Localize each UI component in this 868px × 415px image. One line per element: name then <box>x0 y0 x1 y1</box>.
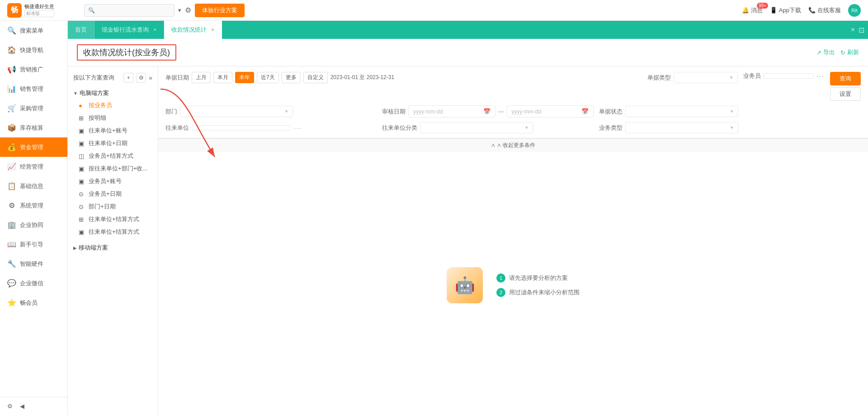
settings-icon[interactable]: ⚙ <box>185 6 191 14</box>
sidebar-item-marketing[interactable]: 📢 营销推广 <box>0 60 67 79</box>
sidebar-settings-icon[interactable]: ⚙ <box>7 403 13 410</box>
date-btn-last-month[interactable]: 上月 <box>192 72 211 83</box>
audit-date-start[interactable]: yyyy-mm-dd 📅 <box>408 105 495 118</box>
doc-type-select[interactable]: ▾ <box>674 72 738 83</box>
query-btn[interactable]: 查询 <box>830 72 861 85</box>
scheme-item-partner-settlement1[interactable]: ⊞ 往来单位+结算方式 <box>68 213 158 226</box>
doc-status-filter: 单据状态 ▾ <box>599 106 810 117</box>
scheme-group-title-mobile[interactable]: ▶ 移动端方案 <box>68 242 158 254</box>
salesperson-dots-btn[interactable]: ··· <box>816 72 825 80</box>
notification-area[interactable]: 🔔 消息 99+ <box>742 6 763 14</box>
sidebar-item-operations[interactable]: 📈 经营管理 <box>0 157 67 176</box>
sidebar-item-guide[interactable]: 📖 新手引导 <box>0 235 67 254</box>
doc-status-select[interactable]: ▾ <box>625 106 738 117</box>
refresh-btn[interactable]: ↻ 刷新 <box>840 48 859 57</box>
filter-row-2: 部门 ▾ 审核日期 yyyy-mm-dd <box>165 105 861 118</box>
business-type-label: 业务类型 <box>599 124 623 132</box>
scheme-item-by-detail[interactable]: ⊞ 按明细 <box>68 112 158 124</box>
sidebar-item-search-menu[interactable]: 🔍 搜索菜单 <box>0 21 67 40</box>
scheme-item-salesperson-account[interactable]: ▣ 业务员+账号 <box>68 175 158 188</box>
salesperson-input[interactable] <box>764 73 814 79</box>
tab-home[interactable]: 首页 <box>68 21 94 39</box>
partner-category-select[interactable]: ▾ <box>420 122 533 133</box>
header-search-box[interactable]: 🔍 <box>84 4 175 17</box>
tab-right-controls: × ⊡ <box>851 26 868 34</box>
filter-row-1: 单据日期 上月 本月 本年 近7天 更多 自定义 2023-01-01 至 20… <box>165 72 861 101</box>
business-type-select[interactable]: ▾ <box>625 122 738 133</box>
dropdown-icon[interactable]: ▾ <box>178 7 181 14</box>
filter-settings-btn[interactable]: 设置 <box>830 87 861 101</box>
tab-close-all-icon[interactable]: × <box>851 26 855 34</box>
sidebar-item-base-info[interactable]: 📋 基础信息 <box>0 176 67 196</box>
partner-input[interactable] <box>192 125 291 131</box>
scheme-item-partner-date[interactable]: ▣ 往来单位+日期 <box>68 137 158 150</box>
scheme-item-salesperson-settlement[interactable]: ◫ 业务员+结算方式 <box>68 150 158 162</box>
scheme-add-btn[interactable]: + <box>123 73 133 83</box>
business-type-filter: 业务类型 ▾ <box>599 122 810 133</box>
dept-date-icon: ⊙ <box>79 203 86 210</box>
action-buttons: 查询 设置 <box>830 72 861 101</box>
right-area: 单据日期 上月 本月 本年 近7天 更多 自定义 2023-01-01 至 20… <box>158 66 868 415</box>
app-download-btn[interactable]: 📱 App下载 <box>770 6 801 14</box>
partner-date-icon: ▣ <box>79 140 86 147</box>
system-icon: ⚙ <box>7 201 16 210</box>
collapse-conditions-btn[interactable]: ∧ ∧ 收起更多条件 <box>158 138 868 152</box>
dept-caret: ▾ <box>285 108 288 114</box>
date-btn-last-7days[interactable]: 近7天 <box>257 72 279 83</box>
date-btn-more[interactable]: 更多 <box>282 72 301 83</box>
audit-date-end[interactable]: yyyy-mm-dd 📅 <box>507 105 594 118</box>
page-actions: ↗ 导出 ↻ 刷新 <box>816 48 859 57</box>
sidebar-item-sales[interactable]: 📊 销售管理 <box>0 79 67 99</box>
partner-dots-btn[interactable]: ··· <box>294 124 302 132</box>
collection-stats-tab-label: 收款情况统计 <box>171 26 207 34</box>
salesperson-filter: 业务员 ··· <box>743 72 825 80</box>
doc-status-caret: ▾ <box>731 108 733 114</box>
date-btn-this-month[interactable]: 本月 <box>213 72 232 83</box>
sidebar-item-system[interactable]: ⚙ 系统管理 <box>0 196 67 215</box>
dept-filter: 部门 ▾ <box>165 106 377 117</box>
tab-collection-stats[interactable]: 收款情况统计 × <box>164 21 222 39</box>
sidebar-item-enterprise[interactable]: 🏢 企业协同 <box>0 215 67 235</box>
sidebar-item-member[interactable]: ⭐ 畅会员 <box>0 293 67 312</box>
sidebar-item-inventory[interactable]: 📦 库存核算 <box>0 118 67 137</box>
calendar-icon-start: 📅 <box>483 108 491 115</box>
trial-btn[interactable]: 体验行业方案 <box>195 4 245 17</box>
sidebar-collapse-icon[interactable]: ◀ <box>20 403 24 410</box>
online-service-btn[interactable]: 📞 在线客服 <box>808 6 841 14</box>
sidebar-item-wechat[interactable]: 💬 企业微信 <box>0 274 67 293</box>
marketing-icon: 📢 <box>7 65 16 74</box>
scheme-collapse-btn[interactable]: « <box>149 74 152 81</box>
collection-stats-tab-close[interactable]: × <box>211 27 214 33</box>
partner-category-caret: ▾ <box>525 125 528 131</box>
sidebar-item-purchase[interactable]: 🛒 采购管理 <box>0 99 67 118</box>
scheme-item-partner-dept-collect[interactable]: ▣ 按往来单位+部门+收... <box>68 162 158 175</box>
date-range-display: 2023-01-01 至 2023-12-31 <box>330 74 394 81</box>
empty-state: 🤖 1 请先选择要分析的方案 2 用过滤条件来缩小分析范围 <box>158 156 868 415</box>
scheme-settings-btn[interactable]: ⚙ <box>136 73 146 83</box>
scheme-item-dept-date[interactable]: ⊙ 部门+日期 <box>68 200 158 213</box>
tab-maximize-icon[interactable]: ⊡ <box>859 26 864 34</box>
sidebar-item-quick-nav[interactable]: 🏠 快捷导航 <box>0 40 67 60</box>
sidebar-item-finance[interactable]: 💰 资金管理 <box>0 137 67 157</box>
doc-type-filter: 单据类型 ▾ <box>647 72 738 83</box>
user-avatar[interactable]: Rit <box>848 4 861 17</box>
app-logo: 畅 <box>7 3 22 18</box>
scheme-item-by-salesperson[interactable]: ● 按业务员 <box>68 99 158 112</box>
sidebar-item-smart-hardware[interactable]: 🔧 智能硬件 <box>0 254 67 274</box>
scheme-group-title-desktop[interactable]: ▼ 电脑端方案 <box>68 87 158 99</box>
export-btn[interactable]: ↗ 导出 <box>816 48 835 57</box>
bank-flow-tab-close[interactable]: × <box>153 27 156 33</box>
app-name: 畅捷通好生意 <box>24 3 54 10</box>
scheme-item-partner-settlement2[interactable]: ▣ 往来单位+结算方式 <box>68 226 158 238</box>
collapse-label: ∧ 收起更多条件 <box>497 142 535 148</box>
date-btn-custom[interactable]: 自定义 <box>303 72 328 83</box>
tab-bank-flow[interactable]: 现金银行流水查询 × <box>94 21 164 39</box>
home-tab-label: 首页 <box>75 26 87 34</box>
audit-end-placeholder: yyyy-mm-dd <box>512 108 541 115</box>
scheme-item-partner-account[interactable]: ▣ 往来单位+账号 <box>68 124 158 137</box>
salesperson-label: 业务员 <box>743 72 761 80</box>
scheme-item-salesperson-date[interactable]: ⊙ 业务员+日期 <box>68 188 158 200</box>
date-btn-this-year[interactable]: 本年 <box>235 72 254 83</box>
partner-filter: 往来单位 ··· <box>165 124 377 132</box>
dept-select[interactable]: ▾ <box>180 106 293 117</box>
